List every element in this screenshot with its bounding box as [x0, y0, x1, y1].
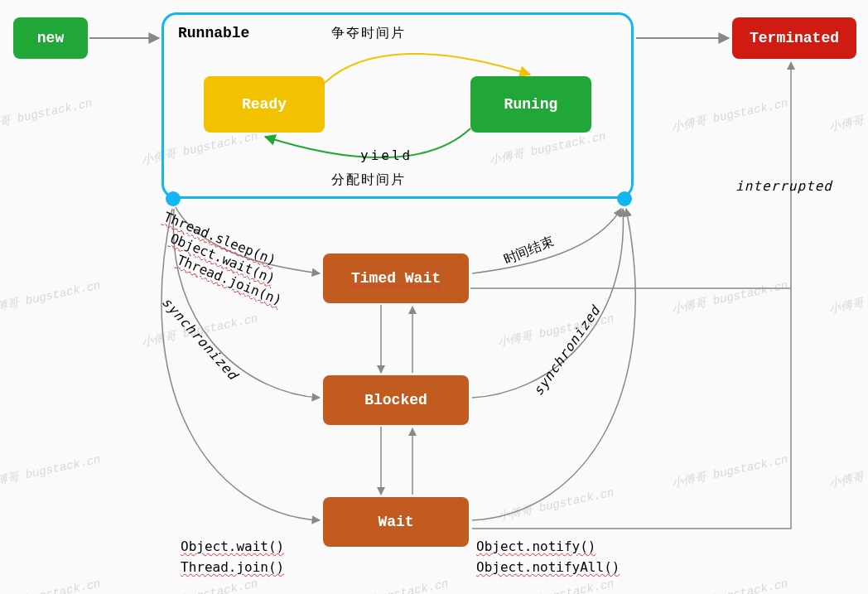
- label-time-end: 时间结束: [501, 233, 557, 268]
- watermark: 小傅哥 bugstack.cn: [828, 278, 868, 316]
- watermark: 小傅哥 bugstack.cn: [0, 95, 94, 134]
- label-alloc-slice: 分配时间片: [331, 171, 406, 189]
- state-terminated: Terminated: [732, 17, 856, 59]
- label-compete-slice: 争夺时间片: [331, 25, 406, 42]
- watermark: 小傅哥 bugstack.cn: [0, 452, 102, 490]
- label-object-notify: Object.notify(): [476, 538, 596, 554]
- state-timed-wait: Timed Wait: [323, 254, 469, 303]
- label-object-notifyall: Object.notifyAll(): [476, 559, 620, 575]
- state-blocked: Blocked: [323, 375, 469, 425]
- state-wait: Wait: [323, 497, 469, 547]
- label-synchronized-right: synchronized: [530, 302, 604, 398]
- watermark: 小傅哥 bugstack.cn: [497, 485, 615, 524]
- state-ready: Ready: [204, 76, 325, 133]
- state-timed-wait-label: Timed Wait: [351, 270, 441, 287]
- watermark: 小傅哥 bugstack.cn: [671, 452, 789, 490]
- watermark: 小傅哥 bugstack.cn: [671, 576, 789, 594]
- watermark: 小傅哥 bugstack.cn: [0, 278, 102, 316]
- watermark: 小傅哥 bugstack.cn: [331, 576, 450, 594]
- label-object-wait: Object.wait(): [181, 538, 284, 554]
- watermark: 小傅哥 bugstack.cn: [828, 95, 868, 134]
- state-new: new: [13, 17, 88, 59]
- watermark: 小傅哥 bugstack.cn: [0, 576, 102, 594]
- runnable-label: Runnable: [178, 25, 249, 41]
- label-thread-join: Thread.join(): [181, 559, 284, 575]
- watermark: 小傅哥 bugstack.cn: [671, 278, 789, 316]
- label-yield: yield: [360, 147, 412, 163]
- state-running: Runing: [470, 76, 591, 133]
- watermark: 小傅哥 bugstack.cn: [828, 452, 868, 490]
- watermark: 小傅哥 bugstack.cn: [497, 576, 615, 594]
- watermark: 小傅哥 bugstack.cn: [141, 576, 259, 594]
- label-interrupted: interrupted: [735, 178, 832, 194]
- watermark: 小傅哥 bugstack.cn: [671, 95, 789, 134]
- connector-dot-left: [166, 191, 181, 206]
- connector-dot-right: [617, 191, 632, 206]
- label-synchronized-left: synchronized: [159, 294, 241, 384]
